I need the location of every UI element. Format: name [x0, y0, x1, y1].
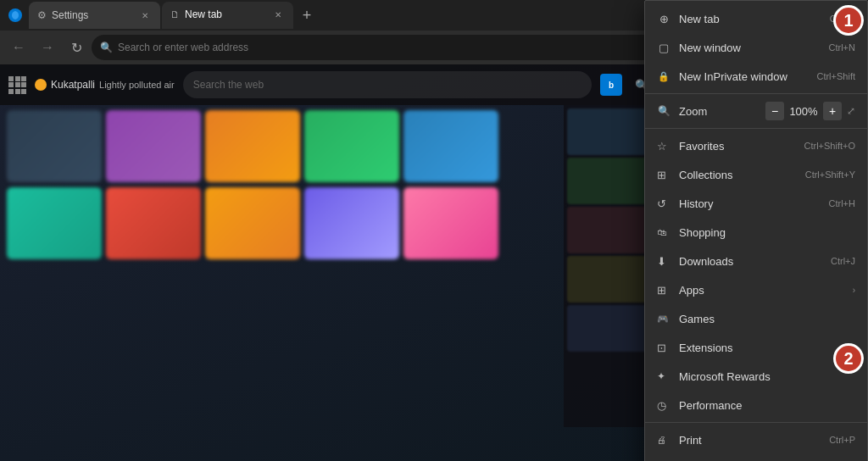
history-shortcut: Ctrl+H	[829, 198, 855, 208]
news-card-4[interactable]	[304, 110, 399, 182]
cards-row-1	[0, 105, 661, 187]
page-header: Kukatpalli Lightly polluted air Search t…	[0, 64, 661, 105]
zoom-controls: − 100% + ⤢	[765, 102, 855, 120]
newtab-tab-icon: 🗋	[170, 9, 180, 19]
menu-item-print[interactable]: 🖨 Print Ctrl+P	[645, 425, 867, 454]
new-window-label: New window	[679, 42, 821, 54]
news-card-9[interactable]	[304, 187, 399, 259]
new-window-shortcut: Ctrl+N	[829, 42, 855, 53]
print-shortcut: Ctrl+P	[829, 435, 855, 445]
collections-shortcut: Ctrl+Shift+Y	[805, 169, 855, 180]
news-card-6[interactable]	[7, 187, 102, 259]
news-card-10[interactable]	[403, 187, 498, 259]
menu-item-rewards[interactable]: ✦ Microsoft Rewards	[645, 362, 867, 391]
menu-item-downloads[interactable]: ⬇ Downloads Ctrl+J	[645, 247, 867, 275]
favorites-icon: ☆	[657, 140, 670, 153]
menu-item-favorites[interactable]: ☆ Favorites Ctrl+Shift+O	[645, 131, 867, 160]
menu-item-history[interactable]: ↺ History Ctrl+H	[645, 189, 867, 218]
menu-item-performance[interactable]: ◷ Performance	[645, 391, 867, 419]
location-badge: Kukatpalli Lightly polluted air	[35, 79, 175, 91]
history-label: History	[679, 197, 821, 210]
zoom-value: 100%	[789, 105, 818, 118]
menu-item-inprivate[interactable]: 🔒 New InPrivate window Ctrl+Shift	[645, 62, 867, 91]
newtab-tab-close[interactable]: ✕	[271, 8, 285, 21]
cards-row-2	[0, 187, 661, 259]
rewards-label: Microsoft Rewards	[679, 370, 855, 383]
refresh-button[interactable]: ↻	[63, 34, 90, 61]
apps-label: Apps	[679, 284, 844, 297]
menu-item-webcapture[interactable]: ✂ Web capture Ctrl+Shift+S	[645, 454, 867, 461]
menu-item-games[interactable]: 🎮 Games	[645, 304, 867, 333]
menu-divider-2	[645, 128, 867, 129]
newtab-tab-label: New tab	[185, 8, 222, 20]
page-search-bar[interactable]: Search the web	[183, 71, 592, 98]
menu-item-new-window[interactable]: ▢ New window Ctrl+N	[645, 33, 867, 62]
ext-icon: ⊡	[657, 342, 670, 354]
step-badge-2: 2	[833, 343, 864, 374]
news-card-8[interactable]	[205, 187, 300, 259]
menu-item-zoom: 🔍 Zoom − 100% + ⤢	[645, 97, 867, 125]
news-card-7[interactable]	[106, 187, 201, 259]
zoom-minus[interactable]: −	[765, 102, 784, 120]
apps-grid-icon[interactable]	[8, 76, 26, 94]
apps-arrow-icon: ›	[853, 286, 855, 295]
new-tab-button[interactable]: +	[295, 3, 319, 27]
games-label: Games	[679, 313, 855, 325]
browser-logo	[7, 7, 24, 24]
settings-tab-icon: ⚙	[37, 9, 47, 21]
menu-item-collections[interactable]: ⊞ Collections Ctrl+Shift+Y	[645, 160, 867, 189]
downloads-shortcut: Ctrl+J	[831, 256, 855, 266]
zoom-plus[interactable]: +	[823, 102, 842, 120]
page-background: Kukatpalli Lightly polluted air Search t…	[0, 64, 661, 461]
new-window-icon: ▢	[657, 41, 670, 54]
back-button[interactable]: ←	[5, 34, 32, 61]
favorites-shortcut: Ctrl+Shift+O	[804, 141, 855, 151]
news-card-5[interactable]	[403, 110, 498, 182]
settings-tab-close[interactable]: ✕	[138, 8, 152, 22]
zoom-expand-icon[interactable]: ⤢	[847, 105, 855, 117]
menu-divider-3	[645, 422, 867, 423]
menu-divider-1	[645, 93, 867, 94]
weather-text: Lightly polluted air	[99, 80, 175, 90]
search-placeholder: Search the web	[193, 79, 264, 91]
tab-newtab[interactable]: 🗋 New tab ✕	[162, 2, 293, 29]
location-text: Kukatpalli	[51, 79, 95, 91]
url-text: Search or enter web address	[118, 42, 248, 53]
ext-label: Extensions	[679, 342, 855, 354]
perf-icon: ◷	[657, 399, 670, 412]
news-card-1[interactable]	[7, 110, 102, 182]
inprivate-label: New InPrivate window	[679, 70, 808, 83]
forward-button[interactable]: →	[34, 34, 61, 61]
menu-item-shopping[interactable]: 🛍 Shopping	[645, 218, 867, 247]
context-menu: ⊕ New tab Ctrl+T ▢ New window Ctrl+N 🔒 N…	[644, 0, 868, 461]
zoom-icon: 🔍	[657, 104, 670, 118]
print-icon: 🖨	[657, 435, 670, 445]
news-card-3[interactable]	[205, 110, 300, 182]
apps-icon: ⊞	[657, 284, 670, 297]
zoom-label: Zoom	[679, 105, 707, 118]
collections-icon: ⊞	[657, 169, 670, 181]
shopping-icon: 🛍	[657, 227, 670, 237]
search-icon: 🔍	[100, 42, 113, 53]
tab-settings[interactable]: ⚙ Settings ✕	[29, 2, 160, 29]
games-icon: 🎮	[657, 314, 670, 325]
rewards-icon: ✦	[657, 370, 670, 382]
print-label: Print	[679, 434, 821, 447]
settings-tab-label: Settings	[52, 9, 88, 21]
inprivate-shortcut: Ctrl+Shift	[816, 71, 855, 81]
new-tab-label: New tab	[679, 13, 821, 25]
downloads-icon: ⬇	[657, 255, 670, 268]
collections-label: Collections	[679, 169, 797, 181]
bing-logo: b	[600, 74, 622, 96]
downloads-label: Downloads	[679, 255, 822, 268]
location-dot	[35, 79, 47, 91]
shopping-label: Shopping	[679, 226, 855, 239]
history-icon: ↺	[657, 197, 670, 210]
browser-window: ⚙ Settings ✕ 🗋 New tab ✕ + — □ ✕ ← → ↻ 🔍…	[0, 0, 868, 461]
inprivate-icon: 🔒	[657, 69, 670, 83]
step-badge-1: 1	[833, 5, 864, 36]
new-tab-icon: ⊕	[657, 12, 670, 25]
menu-item-apps[interactable]: ⊞ Apps ›	[645, 275, 867, 304]
perf-label: Performance	[679, 399, 855, 412]
news-card-2[interactable]	[106, 110, 201, 182]
